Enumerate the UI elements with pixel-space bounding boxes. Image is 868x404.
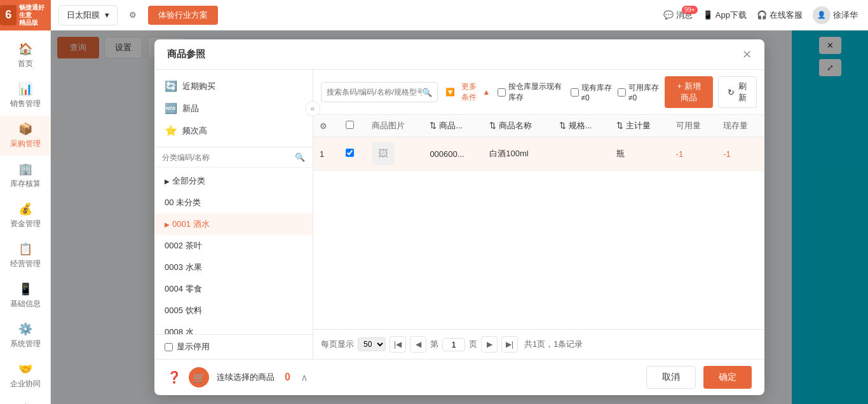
avatar-icon: 👤 [813,6,831,24]
main-layout: 🏠 首页 📊 销售管理 📦 采购管理 🏢 库存核算 💰 资金管理 📋 经营管理 … [0,30,868,404]
sort-icon: ⇅ [489,121,496,130]
cart-icon: 🛒 [193,372,205,384]
modal-left-panel: 🔄 近期购买 🆕 新品 ⭐ 频次高 « [154,70,313,359]
row-checkbox-cell [339,137,366,171]
search-icon[interactable]: 🔍 [295,152,305,162]
row-image-cell: 🖼 [365,137,423,171]
more-filter-btn[interactable]: 🔽 更多条件 ▲ [443,81,492,103]
modal-title: 商品参照 [167,48,205,60]
cart-icon-wrap[interactable]: 🛒 [189,367,209,387]
modal-close-button[interactable]: ✕ [742,49,752,60]
sidebar-item-finance[interactable]: 💰 资金管理 [0,196,50,236]
add-product-btn[interactable]: + 新增商品 [665,76,713,108]
online-service-btn[interactable]: 🎧 在线客服 [757,10,803,21]
cancel-button[interactable]: 取消 [646,366,696,389]
help-icon[interactable]: ❓ [167,370,181,384]
logo-icon: 6 [0,5,17,25]
modal-left-footer: 显示停用 [154,334,313,359]
next-page-btn[interactable]: ▶ [481,336,498,353]
sidebar-item-basic[interactable]: 📱 基础信息 [0,276,50,316]
col-unit[interactable]: ⇅ 主计量 [610,115,669,137]
modal-footer: ❓ 🛒 连续选择的商品 0 ∧ 取消 确定 [154,359,764,395]
table-row[interactable]: 1 🖼 [313,137,764,171]
category-0008[interactable]: 0008 水 [154,321,313,334]
chevron-down-icon: ▾ [105,10,109,20]
category-search-input[interactable] [162,153,292,162]
category-0004[interactable]: 0004 零食 [154,278,313,300]
sidebar-item-guide[interactable]: 🎓 新手引导 [0,396,50,404]
filter-icon: 🔽 [445,88,455,97]
show-disabled-checkbox[interactable] [165,343,173,351]
sidebar-item-purchase[interactable]: 📦 采购管理 [0,116,50,156]
app-download-btn[interactable]: 📱 App下载 [703,10,747,21]
system-icon: ⚙️ [18,322,32,336]
continuous-count: 0 [285,372,290,383]
navbar-right: 💬 消息 99+ 📱 App下载 🎧 在线客服 👤 徐泽华 [663,6,858,24]
quick-nav: 🔄 近期购买 🆕 新品 ⭐ 频次高 « [154,70,313,147]
select-all-checkbox[interactable] [346,121,354,129]
collapse-btn[interactable]: « [305,101,320,116]
row-checkbox[interactable] [346,149,354,157]
experience-button[interactable]: 体验行业方案 [148,6,218,25]
prev-page-btn[interactable]: ◀ [410,336,426,353]
row-stock: -1 [717,137,764,171]
warehouse-checkbox-wrap: 按仓库显示现有库存 [498,81,565,103]
warehouse-checkbox[interactable] [498,88,506,97]
row-code: 000600... [423,137,483,171]
col-name[interactable]: ⇅ 商品名称 [483,115,553,137]
refresh-icon: ↻ [728,88,735,97]
confirm-button[interactable]: 确定 [703,366,752,389]
available-checkbox-wrap: 现有库存≠0 [571,83,613,102]
pagination: 每页显示 50 |◀ ◀ 第 1 页 ▶ ▶| 共1页，1条记录 [313,329,764,359]
category-0002[interactable]: 0002 茶叶 [154,235,313,257]
sidebar-item-operations[interactable]: 📋 经营管理 [0,236,50,276]
last-page-btn[interactable]: ▶| [501,336,518,353]
nav-new-product[interactable]: 🆕 新品 [154,97,313,119]
col-spec[interactable]: ⇅ 规格... [553,115,610,137]
row-available: -1 [670,137,717,171]
product-search-input[interactable] [327,88,422,97]
category-all[interactable]: ▶ 全部分类 [154,170,313,192]
sidebar-item-home[interactable]: 🏠 首页 [0,36,50,76]
nav-frequent[interactable]: ⭐ 频次高 [154,119,313,142]
page-number-input[interactable]: 1 [442,338,465,351]
category-00[interactable]: 00 未分类 [154,192,313,213]
per-page-label: 每页显示 [321,339,354,350]
col-settings[interactable]: ⚙ [313,115,339,137]
sidebar-item-system[interactable]: ⚙️ 系统管理 [0,316,50,356]
product-data-table: ⚙ 商品图片 ⇅ 商品... ⇅ [313,115,764,171]
category-0003[interactable]: 0003 水果 [154,257,313,278]
operations-icon: 📋 [18,242,32,256]
store-dropdown[interactable]: 日太阳膜 ▾ [58,5,118,25]
purchase-icon: 📦 [18,122,32,136]
settings-icon[interactable]: ⚙ [123,5,143,25]
col-available: 可用量 [670,115,717,137]
category-0001[interactable]: ▶ 0001 酒水 [154,213,313,235]
nav-recent-purchase[interactable]: 🔄 近期购买 [154,75,313,97]
usable-checkbox[interactable] [618,88,626,97]
sidebar-item-enterprise[interactable]: 🤝 企业协同 [0,356,50,396]
basic-icon: 📱 [18,282,32,296]
fold-btn[interactable]: ∧ [301,372,308,384]
refresh-btn[interactable]: ↻ 刷新 [718,76,757,108]
user-avatar[interactable]: 👤 徐泽华 [813,6,858,24]
modal-overlay: 商品参照 ✕ 🔄 近期购买 🆕 [51,30,868,404]
row-spec [553,137,610,171]
sidebar-item-inventory[interactable]: 🏢 库存核算 [0,156,50,196]
sales-icon: 📊 [18,82,32,96]
category-0005[interactable]: 0005 饮料 [154,300,313,321]
sidebar-item-sales[interactable]: 📊 销售管理 [0,76,50,116]
first-page-btn[interactable]: |◀ [390,336,406,353]
notifications-btn[interactable]: 💬 消息 99+ [663,10,693,21]
home-icon: 🏠 [18,42,32,56]
row-name: 白酒100ml [483,137,553,171]
chevron-up-icon: ▲ [483,88,491,97]
col-code[interactable]: ⇅ 商品... [423,115,483,137]
available-checkbox[interactable] [571,88,579,97]
star-icon: ⭐ [165,125,177,137]
search-icon[interactable]: 🔍 [422,88,432,97]
modal-body: 🔄 近期购买 🆕 新品 ⭐ 频次高 « [154,70,764,359]
per-page-select[interactable]: 50 [358,337,386,351]
arrow-icon: ▶ [165,178,170,185]
logo-text: 畅捷通好生意 精品版 [19,4,51,27]
